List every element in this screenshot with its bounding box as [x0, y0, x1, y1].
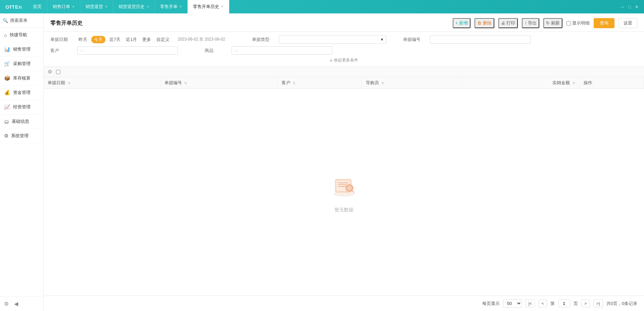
maximize-icon[interactable]: □	[628, 4, 631, 9]
per-page-label: 每页显示	[482, 301, 500, 307]
tab-close-retail-open[interactable]: ×	[180, 4, 182, 9]
filter-area: 单据日期 昨天 今天 近7天 近1月 更多 自定义 2023-06-02 至 2…	[44, 32, 644, 67]
sidebar-label-purchase: 采购管理	[13, 61, 31, 67]
select-all-checkbox[interactable]	[56, 70, 60, 74]
date-opt-more[interactable]: 更多	[141, 36, 152, 43]
sidebar-menu: ⌂快捷导航📊销售管理🛒采购管理📦库存核算💰资金管理📈经营管理🗂基础信息⚙系统管理	[0, 28, 43, 296]
sidebar-item-operation[interactable]: 📈经营管理	[0, 100, 43, 114]
type-select[interactable]: ▾	[279, 35, 386, 44]
tab-sales-return-history[interactable]: 销货退货历史×	[113, 0, 155, 13]
empty-text: 暂无数据	[335, 207, 353, 213]
top-bar: OfTEn 首页销售订单×销货退货×销货退货历史×零售开单×零售开单历史× ─ …	[0, 0, 644, 13]
prev-page-button[interactable]: <	[538, 300, 547, 307]
sidebar-item-sales[interactable]: 📊销售管理	[0, 42, 43, 57]
col-customer[interactable]: 客户 ⇅	[277, 77, 361, 89]
col-number[interactable]: 单据编号 ⇅	[160, 77, 277, 89]
tab-retail-open[interactable]: 零售开单×	[155, 0, 188, 13]
sort-customer-icon[interactable]: ⇅	[293, 81, 295, 85]
filter-row-2: 客户 ··· 商品 ···	[50, 46, 637, 55]
total-label: 共0页，0条记录	[606, 301, 637, 307]
date-opt-last7[interactable]: 近7天	[108, 36, 122, 43]
col-operation-label: 操作	[584, 80, 592, 85]
query-button[interactable]: 查询	[594, 18, 614, 28]
delete-button[interactable]: 🗑 删除	[475, 18, 494, 28]
sidebar: 🔍 搜索菜单 ⌂快捷导航📊销售管理🛒采购管理📦库存核算💰资金管理📈经营管理🗂基础…	[0, 13, 44, 311]
sidebar-bottom: ⚙ ◀	[0, 296, 43, 311]
number-label: 单据编号	[403, 37, 423, 43]
sidebar-icon-basic: 🗂	[4, 119, 9, 124]
sort-date-icon[interactable]: ⇅	[68, 81, 70, 85]
sidebar-item-quicknav[interactable]: ⌂快捷导航	[0, 28, 43, 42]
date-range: 2023-06-02 至 2023-06-02	[178, 37, 225, 42]
print-button[interactable]: 🖨 打印	[498, 18, 518, 28]
minimize-icon[interactable]: ─	[621, 4, 624, 9]
tab-retail-open-history[interactable]: 零售开单历史×	[188, 0, 229, 13]
sort-amount-icon[interactable]: ⇅	[573, 81, 575, 85]
date-opt-last-month[interactable]: 近1月	[125, 36, 138, 43]
col-number-label: 单据编号	[164, 80, 182, 85]
sidebar-item-purchase[interactable]: 🛒采购管理	[0, 57, 43, 71]
tab-close-sales-return[interactable]: ×	[105, 4, 107, 9]
sidebar-search[interactable]: 🔍 搜索菜单	[0, 13, 43, 28]
collapse-sidebar-icon[interactable]: ◀	[14, 301, 18, 307]
sort-salesperson-icon[interactable]: ⇅	[381, 81, 384, 85]
sidebar-label-system: 系统管理	[11, 133, 29, 139]
col-salesperson[interactable]: 导购员 ⇅	[361, 77, 462, 89]
date-opt-custom[interactable]: 自定义	[155, 36, 171, 43]
col-amount[interactable]: 实销金额 ⇅	[462, 77, 579, 89]
type-select-arrow: ▾	[381, 37, 383, 42]
number-input[interactable]	[430, 35, 531, 44]
table-toolbar: ⚙	[44, 67, 644, 77]
settings-icon[interactable]: ⚙	[4, 301, 9, 307]
close-icon[interactable]: ✕	[635, 4, 639, 9]
svg-line-8	[352, 191, 354, 193]
page-input[interactable]	[558, 300, 570, 307]
brand-logo: OfTEn	[0, 4, 28, 10]
export-button[interactable]: ↑ 导出	[522, 18, 539, 28]
tab-bar: 首页销售订单×销货退货×销货退货历史×零售开单×零售开单历史×	[28, 0, 616, 13]
sidebar-icon-finance: 💰	[4, 90, 10, 96]
sidebar-item-system[interactable]: ⚙系统管理	[0, 129, 43, 143]
page-suffix: 页	[574, 301, 578, 307]
goods-label: 商品	[205, 48, 225, 54]
empty-icon	[329, 171, 359, 202]
date-opt-yesterday[interactable]: 昨天	[77, 36, 89, 43]
date-opt-today[interactable]: 今天	[91, 36, 105, 43]
settings-button[interactable]: 设置	[618, 18, 637, 28]
add-button[interactable]: + 新增	[453, 18, 470, 28]
last-page-button[interactable]: >|	[593, 300, 603, 307]
sidebar-label-finance: 资金管理	[13, 90, 31, 96]
tab-close-sales-return-history[interactable]: ×	[147, 4, 149, 9]
data-table: 单据日期 ⇅ 单据编号 ⇅ 客户 ⇅ 导购员 ⇅	[44, 77, 644, 89]
col-operation: 操作	[579, 77, 644, 89]
sort-number-icon[interactable]: ⇅	[184, 81, 187, 85]
col-date[interactable]: 单据日期 ⇅	[44, 77, 160, 89]
col-amount-label: 实销金额	[552, 80, 570, 85]
first-page-button[interactable]: |<	[525, 300, 535, 307]
next-page-button[interactable]: >	[581, 300, 590, 307]
tab-close-sales-order[interactable]: ×	[72, 4, 75, 9]
sidebar-icon-system: ⚙	[4, 133, 8, 139]
tab-sales-order[interactable]: 销售订单×	[47, 0, 80, 13]
sidebar-item-inventory[interactable]: 📦库存核算	[0, 71, 43, 86]
page-header: 零售开单历史 + 新增 🗑 删除 🖨 打印 ↑ 导出 ↻ 刷新 显示明细 查询 …	[44, 13, 644, 32]
tab-sales-return[interactable]: 销货退货×	[80, 0, 113, 13]
sidebar-icon-purchase: 🛒	[4, 61, 10, 67]
table-container: ⚙ 单据日期 ⇅ 单据编号 ⇅ 客户	[44, 67, 644, 296]
goods-input[interactable]: ···	[232, 46, 332, 55]
refresh-button[interactable]: ↻ 刷新	[543, 18, 562, 28]
tab-close-retail-open-history[interactable]: ×	[221, 4, 224, 9]
per-page-select[interactable]: 50 10 20 100	[503, 299, 522, 308]
table-settings-icon[interactable]: ⚙	[48, 69, 52, 75]
collapse-bar[interactable]: ∧ 收起更多条件	[50, 57, 637, 63]
sidebar-item-finance[interactable]: 💰资金管理	[0, 86, 43, 100]
tab-home[interactable]: 首页	[28, 0, 47, 13]
page-title: 零售开单历史	[50, 20, 83, 27]
sidebar-item-basic[interactable]: 🗂基础信息	[0, 114, 43, 129]
empty-area: 暂无数据	[44, 89, 644, 296]
customer-input[interactable]: ···	[77, 46, 178, 55]
sidebar-icon-quicknav: ⌂	[4, 32, 7, 38]
sidebar-label-quicknav: 快捷导航	[10, 32, 27, 38]
main-layout: 🔍 搜索菜单 ⌂快捷导航📊销售管理🛒采购管理📦库存核算💰资金管理📈经营管理🗂基础…	[0, 13, 644, 311]
show-detail-checkbox[interactable]	[566, 21, 571, 25]
